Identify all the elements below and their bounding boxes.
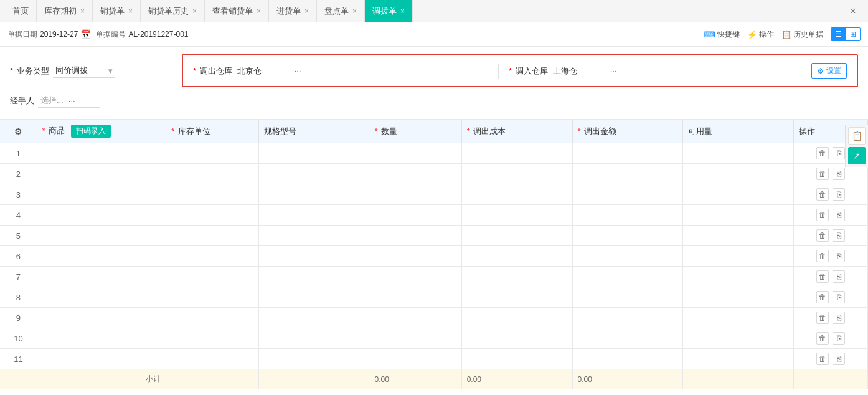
row-amount-8[interactable] xyxy=(572,287,683,308)
tab-inventory-check[interactable]: 盘点单 × xyxy=(317,0,365,22)
tab-close-inventory-init[interactable]: × xyxy=(80,7,85,16)
row-qty-3[interactable] xyxy=(369,184,461,205)
row-qty-9[interactable] xyxy=(369,308,461,328)
row-spec-3[interactable] xyxy=(258,184,369,205)
row-cost-4[interactable] xyxy=(461,205,572,226)
row-qty-6[interactable] xyxy=(369,246,461,267)
copy-row-btn-1[interactable]: ⎘ xyxy=(833,147,845,159)
shortcut-btn[interactable]: ⌨ 快捷键 xyxy=(704,29,740,40)
handler-more-btn[interactable]: ··· xyxy=(66,96,78,105)
copy-row-btn-5[interactable]: ⎘ xyxy=(833,229,845,242)
row-amount-2[interactable] xyxy=(572,164,683,184)
row-product-1[interactable] xyxy=(37,143,166,164)
row-qty-11[interactable] xyxy=(369,349,461,369)
table-settings-icon[interactable]: ⚙ xyxy=(5,126,32,136)
row-product-9[interactable] xyxy=(37,308,166,328)
row-available-8[interactable] xyxy=(683,287,794,308)
row-cost-1[interactable] xyxy=(461,143,572,164)
row-cost-3[interactable] xyxy=(461,184,572,205)
row-product-5[interactable] xyxy=(37,226,166,246)
row-unit-1[interactable] xyxy=(166,143,258,164)
settings-button[interactable]: ⚙ 设置 xyxy=(811,63,847,79)
copy-row-btn-2[interactable]: ⎘ xyxy=(833,168,845,180)
row-amount-6[interactable] xyxy=(572,246,683,267)
delete-row-btn-4[interactable]: 🗑 xyxy=(816,209,829,221)
row-amount-7[interactable] xyxy=(572,267,683,287)
row-amount-3[interactable] xyxy=(572,184,683,205)
copy-row-btn-8[interactable]: ⎘ xyxy=(833,291,845,303)
export-panel-btn[interactable]: ↗ xyxy=(848,147,866,164)
row-available-11[interactable] xyxy=(683,349,794,369)
row-unit-4[interactable] xyxy=(166,205,258,226)
copy-row-btn-7[interactable]: ⎘ xyxy=(833,270,845,283)
tab-close-view-sales[interactable]: × xyxy=(257,7,261,16)
history-btn[interactable]: 📋 历史单据 xyxy=(781,29,823,40)
row-cost-7[interactable] xyxy=(461,267,572,287)
row-spec-4[interactable] xyxy=(258,205,369,226)
delete-row-btn-1[interactable]: 🗑 xyxy=(816,147,829,159)
list-view-btn[interactable]: ☰ xyxy=(831,28,846,40)
row-unit-2[interactable] xyxy=(166,164,258,184)
row-unit-3[interactable] xyxy=(166,184,258,205)
row-qty-8[interactable] xyxy=(369,287,461,308)
row-available-3[interactable] xyxy=(683,184,794,205)
notes-panel-btn[interactable]: 📋 xyxy=(848,127,866,145)
copy-row-btn-6[interactable]: ⎘ xyxy=(833,250,845,262)
row-qty-10[interactable] xyxy=(369,328,461,349)
row-product-6[interactable] xyxy=(37,246,166,267)
delete-row-btn-11[interactable]: 🗑 xyxy=(816,353,829,365)
row-product-8[interactable] xyxy=(37,287,166,308)
warehouse-out-more-btn[interactable]: ··· xyxy=(292,66,304,75)
row-spec-9[interactable] xyxy=(258,308,369,328)
row-qty-2[interactable] xyxy=(369,164,461,184)
row-cost-8[interactable] xyxy=(461,287,572,308)
business-type-dropdown[interactable]: 同价调拨 ▾ xyxy=(53,64,115,78)
row-spec-8[interactable] xyxy=(258,287,369,308)
row-qty-1[interactable] xyxy=(369,143,461,164)
row-available-4[interactable] xyxy=(683,205,794,226)
warehouse-in-more-btn[interactable]: ··· xyxy=(608,66,620,75)
grid-view-btn[interactable]: ⊞ xyxy=(846,28,860,40)
tab-close-sales-order[interactable]: × xyxy=(128,7,133,16)
copy-row-btn-10[interactable]: ⎘ xyxy=(833,332,845,345)
tab-transfer[interactable]: 调拨单 × xyxy=(365,0,413,22)
tab-close-transfer[interactable]: × xyxy=(400,7,405,16)
handler-dropdown[interactable]: 选择... ··· xyxy=(38,93,100,108)
row-amount-11[interactable] xyxy=(572,349,683,369)
copy-row-btn-3[interactable]: ⎘ xyxy=(833,188,845,201)
row-available-6[interactable] xyxy=(683,246,794,267)
delete-row-btn-5[interactable]: 🗑 xyxy=(816,229,829,242)
row-amount-9[interactable] xyxy=(572,308,683,328)
row-spec-11[interactable] xyxy=(258,349,369,369)
row-unit-8[interactable] xyxy=(166,287,258,308)
calendar-icon[interactable]: 📅 xyxy=(80,29,91,39)
delete-row-btn-3[interactable]: 🗑 xyxy=(816,188,829,201)
delete-row-btn-9[interactable]: 🗑 xyxy=(816,312,829,324)
row-available-2[interactable] xyxy=(683,164,794,184)
delete-row-btn-10[interactable]: 🗑 xyxy=(816,332,829,345)
row-unit-5[interactable] xyxy=(166,226,258,246)
tab-close-sales-history[interactable]: × xyxy=(192,7,197,16)
row-cost-5[interactable] xyxy=(461,226,572,246)
tab-inventory-init[interactable]: 库存期初 × xyxy=(37,0,93,22)
row-product-4[interactable] xyxy=(37,205,166,226)
row-available-9[interactable] xyxy=(683,308,794,328)
row-spec-10[interactable] xyxy=(258,328,369,349)
row-unit-7[interactable] xyxy=(166,267,258,287)
row-unit-10[interactable] xyxy=(166,328,258,349)
delete-row-btn-6[interactable]: 🗑 xyxy=(816,250,829,262)
row-qty-5[interactable] xyxy=(369,226,461,246)
row-product-11[interactable] xyxy=(37,349,166,369)
tab-view-sales[interactable]: 查看销货单 × xyxy=(205,0,269,22)
row-cost-2[interactable] xyxy=(461,164,572,184)
delete-row-btn-2[interactable]: 🗑 xyxy=(816,168,829,180)
tab-home[interactable]: 首页 xyxy=(5,0,37,22)
row-amount-1[interactable] xyxy=(572,143,683,164)
copy-row-btn-9[interactable]: ⎘ xyxy=(833,312,845,324)
row-amount-10[interactable] xyxy=(572,328,683,349)
copy-row-btn-4[interactable]: ⎘ xyxy=(833,209,845,221)
row-qty-4[interactable] xyxy=(369,205,461,226)
operation-btn[interactable]: ⚡ 操作 xyxy=(747,29,774,40)
tab-close-purchase-order[interactable]: × xyxy=(304,7,309,16)
row-spec-1[interactable] xyxy=(258,143,369,164)
